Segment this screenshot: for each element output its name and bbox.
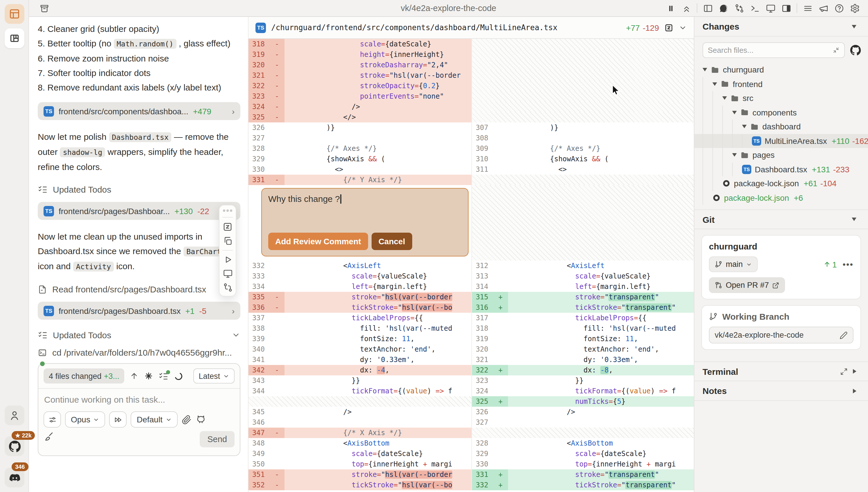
chevron-right-icon: › [232,106,235,116]
menu-button[interactable] [802,3,813,13]
file-chip[interactable]: TS frontend/src/components/dashboa... +4… [38,102,240,120]
file-name: churnguard [723,65,764,75]
line-number: 332 [249,261,269,271]
send-button[interactable]: Send [200,431,235,447]
settings-button[interactable] [849,3,860,13]
tree-guide [703,105,712,120]
pause-button[interactable] [665,3,676,13]
changes-section-header[interactable]: Changes [695,17,868,36]
terminal-icon [750,3,760,13]
terminal-command-row[interactable]: cd /private/var/folders/10/h7w0q46556ggr… [38,347,240,358]
line-number: 327 [249,133,269,143]
preview-button[interactable] [765,3,776,13]
diff-sign [269,334,284,344]
chat-panel-button[interactable] [718,3,729,13]
archive-button[interactable] [39,3,49,13]
collapse-file-icon[interactable] [679,24,687,32]
diff-body: 318- scale={dateScale}319- height={inner… [249,39,694,490]
code-line: dy: '0.33em', [284,354,471,365]
git-branch-icon [715,261,722,268]
toggle-right-panel-button[interactable] [781,3,791,13]
expand-icon[interactable] [840,368,848,375]
notes-section-header[interactable]: Notes [695,381,868,401]
tree-item-dashboard-tsx[interactable]: TSDashboard.tsx+131-233 [695,162,868,176]
file-search[interactable] [703,42,845,58]
code-line [284,133,471,143]
zed-editor-icon[interactable] [664,23,674,32]
tree-item-churnguard[interactable]: churnguard [695,63,868,77]
open-pr-button[interactable]: Open PR #7 [709,277,785,293]
branch-dropdown[interactable]: main [709,256,758,272]
toggle-left-panel-button[interactable] [703,3,713,13]
play-icon[interactable] [222,254,233,264]
diff-cell: 326 /> [472,407,694,417]
todos-row[interactable]: Updated Todos [38,330,240,340]
broom-icon[interactable] [44,431,54,442]
more-options-button[interactable]: ••• [842,259,853,269]
tree-guide [712,176,722,191]
line-number: 326 [249,122,269,133]
drag-handle-icon[interactable] [223,208,232,213]
tree-item-src[interactable]: src [695,91,868,105]
line-number: 313 [472,271,493,281]
search-input[interactable] [708,46,832,54]
terminal-square-icon [38,348,47,357]
add-review-comment-button[interactable]: Add Review Comment [268,233,368,250]
settings-sliders-button[interactable] [44,411,61,427]
cat-icon[interactable] [196,414,206,425]
feedback-button[interactable] [818,3,828,13]
board-view-button[interactable] [5,28,24,48]
diff-cell: 350 top={innerHeight + margi [249,459,472,469]
paperclip-icon[interactable] [182,415,192,424]
file-name: components [752,108,797,117]
git-section-header[interactable]: Git [695,210,868,229]
copy-icon[interactable] [222,236,233,246]
tree-item-frontend[interactable]: frontend [695,77,868,91]
arrow-up-icon[interactable] [130,371,139,380]
help-button[interactable] [834,3,844,13]
file-chip[interactable]: TS frontend/src/pages/Dashboar... +130 -… [38,202,240,220]
terminal-section-header[interactable]: Terminal [695,362,868,381]
git-panel-button[interactable] [734,3,744,13]
monitor-icon[interactable] [222,268,233,278]
todos-indicator[interactable] [159,371,169,381]
terminal-panel-button[interactable] [750,3,760,13]
diff-cell: 331- {/* Y Axis */} [249,175,472,185]
files-changed-chip[interactable]: 4 files changed +3... [44,368,124,384]
pencil-icon[interactable] [840,331,848,339]
spark-icon[interactable] [144,371,154,380]
cat-icon[interactable] [850,45,861,56]
cancel-button[interactable]: Cancel [372,233,412,250]
github-button[interactable]: ★ 22k [5,436,24,456]
zed-editor-icon[interactable] [222,221,233,232]
version-dropdown[interactable]: Latest [193,368,235,384]
tree-item-components[interactable]: components [695,105,868,120]
tree-item-dashboard[interactable]: dashboard [695,120,868,134]
message-input[interactable]: Continue working on this task... [38,389,240,408]
fast-forward-button[interactable] [110,411,127,427]
file-chip[interactable]: TS frontend/src/pages/Dashboard.tsx +1 -… [38,302,240,320]
code-line [284,417,471,427]
git-compare-icon[interactable] [222,282,233,292]
chevron-right-icon: › [232,306,235,315]
model-dropdown[interactable]: Opus [65,411,105,427]
tree-item-multilinearea-tsx[interactable]: TSMultiLineArea.tsx+110-162 [695,134,868,148]
layout-view-button[interactable] [5,4,24,24]
mode-dropdown[interactable]: Default [131,411,178,427]
line-number: 327 [472,417,493,427]
tree-item-pages[interactable]: pages [695,148,868,162]
read-file-row[interactable]: Read frontend/src/pages/Dashboard.tsx [38,284,240,294]
working-branch-field[interactable]: vk/4e2a-explore-the-code [709,327,853,343]
collapse-icon[interactable] [832,46,840,54]
diff-file-header[interactable]: TS /churnguard/frontend/src/components/d… [249,17,694,39]
tree-item-package-lock-json[interactable]: package-lock.json+61-104 [695,176,868,191]
diff-cell: 335- stroke="hsl(var(--border [249,292,472,302]
code-line: /> [508,407,694,417]
discord-button[interactable]: 346 [5,468,24,487]
scroll-top-button[interactable] [681,3,691,13]
diff-cell: 315+ stroke="transparent" [472,292,694,302]
account-button[interactable] [5,405,24,425]
tree-item-package-lock-json[interactable]: package-lock.json+6 [695,191,868,205]
review-comment-input[interactable]: Why this change ? [268,194,462,204]
todos-row[interactable]: Updated Todos [38,184,240,194]
